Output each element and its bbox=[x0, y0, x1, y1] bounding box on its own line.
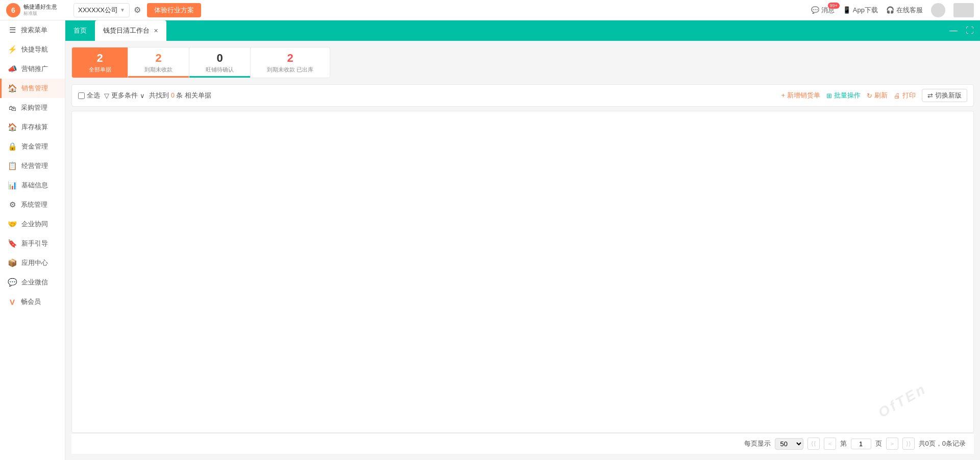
top-bar-right: 💬 消息 99+ 📱 App下载 🎧 在线客服 bbox=[811, 3, 974, 17]
sidebar-item-sales[interactable]: 🏠 销售管理 bbox=[0, 79, 65, 98]
first-page-button[interactable]: ⟨⟨ bbox=[807, 438, 820, 450]
inventory-icon: 🏠 bbox=[8, 123, 17, 132]
app-download-action[interactable]: 📱 App下载 bbox=[843, 6, 878, 15]
toolbar: 全选 ▽ 更多条件 ∨ 共找到 0 条 相关单据 + 新增销货单 bbox=[71, 84, 974, 107]
stat-tab-overdue-unshipped[interactable]: 2 到期未收款 已出库 bbox=[251, 47, 330, 78]
sidebar-item-inventory[interactable]: 🏠 库存核算 bbox=[0, 117, 65, 137]
stat-tab-all[interactable]: 2 全部单据 bbox=[72, 47, 128, 78]
user-name-area[interactable] bbox=[953, 3, 974, 17]
sidebar-item-search-menu[interactable]: ☰ 搜索菜单 bbox=[0, 20, 65, 40]
count-text: 共找到 bbox=[149, 91, 169, 99]
related-label: 相关单据 bbox=[185, 91, 211, 99]
stat-label-overdue-unpaid: 到期未收款 bbox=[144, 66, 173, 74]
current-page-input[interactable] bbox=[851, 439, 871, 449]
sidebar-label-wechat: 企业微信 bbox=[21, 278, 48, 287]
last-page-button[interactable]: ⟩⟩ bbox=[902, 438, 915, 450]
sidebar-item-member[interactable]: V 畅会员 bbox=[0, 292, 65, 311]
per-page-select[interactable]: 50 100 200 bbox=[775, 438, 803, 450]
sidebar-item-app-center[interactable]: 📦 应用中心 bbox=[0, 253, 65, 273]
basic-info-icon: 📊 bbox=[8, 181, 17, 190]
online-service-action[interactable]: 🎧 在线客服 bbox=[886, 6, 923, 15]
tab-workspace-label: 钱货日清工作台 bbox=[103, 26, 150, 35]
sidebar-label-guide: 新手引导 bbox=[21, 239, 48, 248]
prev-page-button[interactable]: ＜ bbox=[824, 438, 836, 450]
logo-text-group: 畅捷通好生意 标准版 bbox=[23, 3, 57, 17]
count-value: 0 bbox=[171, 91, 175, 99]
sidebar-item-wechat[interactable]: 💬 企业微信 bbox=[0, 273, 65, 292]
trial-button[interactable]: 体验行业方案 bbox=[147, 3, 201, 17]
refresh-icon: ↻ bbox=[867, 92, 872, 100]
logo-sub: 标准版 bbox=[23, 10, 57, 17]
sidebar-item-cooperation[interactable]: 🤝 企业协同 bbox=[0, 214, 65, 234]
stat-tab-overdue-unpaid[interactable]: 2 到期未收款 bbox=[128, 47, 189, 78]
logo-area: 6 畅捷通好生意 标准版 bbox=[6, 3, 71, 17]
sidebar-label-purchase: 采购管理 bbox=[21, 103, 47, 112]
sidebar-label-inventory: 库存核算 bbox=[21, 123, 48, 132]
message-action[interactable]: 💬 消息 99+ bbox=[811, 6, 835, 15]
operations-icon: 📋 bbox=[8, 161, 17, 171]
batch-label: 批量操作 bbox=[834, 91, 861, 100]
filter-button[interactable]: ▽ 更多条件 ∨ bbox=[104, 91, 145, 100]
top-bar: 6 畅捷通好生意 标准版 XXXXXX公司 ▼ ⚙ 体验行业方案 💬 消息 99… bbox=[0, 0, 980, 20]
toolbar-left: 全选 ▽ 更多条件 ∨ 共找到 0 条 相关单据 bbox=[78, 91, 777, 100]
print-button[interactable]: 🖨 打印 bbox=[894, 91, 916, 100]
tab-workspace[interactable]: 钱货日清工作台 ✕ bbox=[95, 20, 166, 41]
page-end-label: 页 bbox=[875, 439, 882, 448]
new-sales-order-button[interactable]: + 新增销货单 bbox=[781, 91, 820, 100]
app-download-icon: 📱 bbox=[843, 6, 851, 14]
stat-label-pending-confirm: 旺铺待确认 bbox=[206, 66, 234, 74]
sidebar-item-operations[interactable]: 📋 经营管理 bbox=[0, 156, 65, 176]
tab-close-icon[interactable]: ✕ bbox=[154, 28, 158, 34]
online-service-icon: 🎧 bbox=[886, 6, 894, 14]
tab-bar-actions: — ⛶ bbox=[947, 26, 980, 35]
switch-icon: ⇄ bbox=[927, 92, 933, 100]
settings-icon[interactable]: ⚙ bbox=[134, 5, 141, 15]
total-info: 共0页，0条记录 bbox=[919, 439, 966, 448]
quick-nav-icon: ⚡ bbox=[8, 45, 17, 54]
sidebar-label-sales: 销售管理 bbox=[21, 84, 48, 93]
sidebar-item-finance[interactable]: 🔒 资金管理 bbox=[0, 137, 65, 156]
print-label: 打印 bbox=[902, 91, 916, 100]
sidebar-label-app-center: 应用中心 bbox=[21, 258, 48, 268]
stat-tab-pending-confirm[interactable]: 0 旺铺待确认 bbox=[189, 47, 251, 78]
app-download-label: App下载 bbox=[853, 6, 878, 15]
tab-bar: 首页 钱货日清工作台 ✕ — ⛶ bbox=[65, 20, 980, 41]
sidebar-item-marketing[interactable]: 📣 营销推广 bbox=[0, 59, 65, 79]
user-avatar[interactable] bbox=[931, 3, 945, 17]
pagination-bar: 每页显示 50 100 200 ⟨⟨ ＜ 第 页 ＞ ⟩⟩ 共0页，0条记录 bbox=[71, 433, 974, 454]
logo-name: 畅捷通好生意 bbox=[23, 3, 57, 10]
marketing-icon: 📣 bbox=[8, 64, 17, 74]
guide-icon: 🔖 bbox=[8, 239, 17, 248]
stat-count-pending-confirm: 0 bbox=[216, 52, 223, 65]
stat-count-overdue-unshipped: 2 bbox=[287, 52, 293, 65]
sidebar-label-quick-nav: 快捷导航 bbox=[21, 45, 48, 54]
refresh-button[interactable]: ↻ 刷新 bbox=[867, 91, 888, 100]
sidebar-item-system[interactable]: ⚙ 系统管理 bbox=[0, 195, 65, 214]
sales-icon: 🏠 bbox=[8, 84, 17, 93]
per-page-label: 每页显示 bbox=[744, 439, 771, 448]
company-dropdown-icon: ▼ bbox=[120, 7, 125, 13]
sidebar-item-quick-nav[interactable]: ⚡ 快捷导航 bbox=[0, 40, 65, 59]
select-all-checkbox[interactable] bbox=[78, 92, 85, 99]
message-badge: 99+ bbox=[828, 3, 840, 9]
sidebar-label-cooperation: 企业协同 bbox=[21, 220, 48, 229]
count-unit: 条 bbox=[176, 91, 183, 99]
company-selector[interactable]: XXXXXX公司 ▼ bbox=[74, 3, 130, 17]
sidebar-item-basic-info[interactable]: 📊 基础信息 bbox=[0, 176, 65, 195]
filter-dropdown-icon: ∨ bbox=[140, 92, 145, 100]
batch-operation-button[interactable]: ⊞ 批量操作 bbox=[826, 91, 861, 100]
batch-icon: ⊞ bbox=[826, 92, 832, 100]
sidebar-label-member: 畅会员 bbox=[21, 297, 41, 306]
tab-maximize-button[interactable]: ⛶ bbox=[964, 26, 976, 35]
main-content: 2 全部单据 2 到期未收款 0 旺铺待确认 2 到期未收款 已出库 bbox=[65, 41, 980, 460]
next-page-button[interactable]: ＞ bbox=[886, 438, 898, 450]
sidebar-item-purchase[interactable]: 🛍 采购管理 bbox=[0, 98, 65, 117]
select-all-label[interactable]: 全选 bbox=[78, 91, 100, 100]
sidebar-label-marketing: 营销推广 bbox=[21, 64, 48, 74]
main-layout: ☰ 搜索菜单 ⚡ 快捷导航 📣 营销推广 🏠 销售管理 🛍 采购管理 🏠 库存核… bbox=[0, 20, 980, 460]
switch-version-button[interactable]: ⇄ 切换新版 bbox=[922, 89, 967, 102]
company-name: XXXXXX公司 bbox=[78, 6, 118, 15]
tab-home[interactable]: 首页 bbox=[65, 20, 95, 41]
tab-minimize-button[interactable]: — bbox=[947, 26, 960, 35]
sidebar-item-guide[interactable]: 🔖 新手引导 bbox=[0, 234, 65, 253]
